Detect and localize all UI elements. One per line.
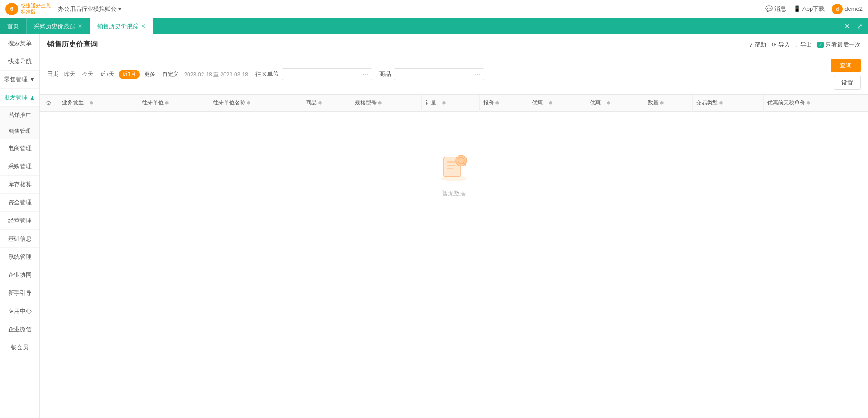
sort-down-icon — [495, 103, 499, 105]
only-last-checkbox[interactable]: ✓ 只看最后一次 — [817, 41, 861, 49]
avatar: d — [832, 4, 843, 14]
date-btn-today[interactable]: 今天 — [80, 70, 96, 79]
table-col-settings[interactable]: ⚙ — [40, 95, 58, 112]
table-col-discount1[interactable]: 优惠... — [528, 95, 586, 112]
date-btn-1month[interactable]: 近1月 — [119, 70, 140, 79]
tabbar-actions: ✕ ⤢ — [843, 21, 868, 32]
table-col-partner-code[interactable]: 往来单位 — [138, 95, 209, 112]
table-col-spec[interactable]: 规格型号 — [351, 95, 422, 112]
sort-down-icon — [165, 103, 169, 105]
user-menu[interactable]: d demo2 — [832, 4, 863, 14]
sort-down-icon — [807, 103, 810, 105]
date-range: 2023-02-18 至 2023-03-18 — [184, 71, 248, 79]
query-button[interactable]: 查询 — [831, 59, 861, 72]
filter-row: 日期 昨天 今天 近7天 近1月 更多 自定义 2023-02-18 至 202… — [47, 59, 861, 90]
table-col-biz-date[interactable]: 业务发生... — [58, 95, 138, 112]
table-col-qty[interactable]: 数量 — [644, 95, 692, 112]
sidebar-item-sales-mgmt[interactable]: 销售管理 — [0, 123, 39, 139]
tab-home[interactable]: 首页 — [0, 18, 27, 34]
partner-dots-icon[interactable]: ··· — [363, 71, 368, 78]
svg-rect-2 — [447, 162, 457, 163]
sidebar-item-member[interactable]: 畅会员 — [0, 338, 39, 356]
sort-down-icon — [719, 103, 723, 105]
table-container: ⚙ 业务发生... — [40, 95, 868, 418]
help-button[interactable]: ? 帮助 — [749, 41, 766, 49]
table-col-quote[interactable]: 报价 — [480, 95, 528, 112]
sidebar-item-inventory[interactable]: 库存核算 — [0, 176, 39, 194]
sort-down-icon — [378, 103, 382, 105]
sort-up-icon — [660, 101, 664, 103]
table-col-unit[interactable]: 计量... — [422, 95, 480, 112]
partner-filter-group: 往来单位 ··· — [255, 68, 372, 80]
sidebar-item-ecommerce[interactable]: 电商管理 — [0, 139, 39, 157]
sort-down-icon — [549, 103, 552, 105]
sidebar-item-search[interactable]: 搜索菜单 — [0, 34, 39, 52]
main-layout: 搜索菜单 快捷导航 零售管理 ▼ 批发管理 ▲ 营销推广 销售管理 电商管理 采… — [0, 34, 868, 418]
partner-input[interactable]: ··· — [282, 68, 372, 80]
tab-sales[interactable]: 销售历史价跟踪 ✕ — [90, 18, 153, 34]
sidebar-item-wechat[interactable]: 企业微信 — [0, 320, 39, 338]
page-actions: ? 帮助 ⟳ 导入 ↓ 导出 ✓ 只看最后一次 — [749, 41, 861, 49]
table-col-pre-tax[interactable]: 优惠前无税单价 — [763, 95, 868, 112]
date-btn-7days[interactable]: 近7天 — [98, 70, 117, 79]
date-filter-group: 日期 昨天 今天 近7天 近1月 更多 自定义 2023-02-18 至 202… — [47, 70, 248, 79]
sort-down-icon — [318, 103, 322, 105]
date-btn-custom[interactable]: 自定义 — [160, 70, 181, 79]
sidebar-item-quick[interactable]: 快捷导航 — [0, 52, 39, 71]
sort-down-icon — [442, 103, 446, 105]
product-input[interactable]: ··· — [394, 68, 484, 80]
svg-rect-3 — [447, 165, 455, 166]
table-col-discount2[interactable]: 优惠... — [586, 95, 644, 112]
sidebar-item-retail[interactable]: 零售管理 ▼ — [0, 71, 39, 89]
settings-icon[interactable]: ⚙ — [46, 100, 52, 107]
tab-purchase-close[interactable]: ✕ — [78, 23, 82, 29]
sort-up-icon — [807, 101, 810, 103]
sort-arrows — [165, 101, 169, 105]
empty-state: 暂无数据 — [40, 112, 868, 234]
export-button[interactable]: ↓ 导出 — [796, 41, 812, 49]
import-button[interactable]: ⟳ 导入 — [772, 41, 790, 49]
sort-arrows — [719, 101, 723, 105]
date-btn-yesterday[interactable]: 昨天 — [61, 70, 78, 79]
product-dots-icon[interactable]: ··· — [475, 71, 480, 78]
sidebar-item-basic-info[interactable]: 基础信息 — [0, 230, 39, 248]
sort-arrows — [607, 101, 610, 105]
export-icon: ↓ — [796, 41, 799, 48]
sort-arrows — [807, 101, 810, 105]
sidebar-item-guide[interactable]: 新手引导 — [0, 284, 39, 302]
sidebar-item-wholesale[interactable]: 批发管理 ▲ — [0, 89, 39, 107]
empty-illustration — [436, 148, 472, 184]
setting-button[interactable]: 设置 — [834, 76, 861, 90]
sort-down-icon — [660, 103, 664, 105]
sidebar-item-marketing[interactable]: 营销推广 — [0, 107, 39, 123]
sort-up-icon — [607, 101, 610, 103]
topbar-right: 💬 消息 📱 App下载 d demo2 — [765, 4, 863, 14]
sidebar-item-enterprise[interactable]: 企业协同 — [0, 266, 39, 284]
sidebar-item-finance[interactable]: 资金管理 — [0, 194, 39, 212]
table-col-trade-type[interactable]: 交易类型 — [692, 95, 763, 112]
data-table: ⚙ 业务发生... — [40, 95, 868, 234]
app-download-button[interactable]: 📱 App下载 — [793, 5, 825, 13]
sort-down-icon — [90, 103, 93, 105]
chevron-down-icon: ▼ — [29, 76, 35, 83]
sidebar-item-app-center[interactable]: 应用中心 — [0, 302, 39, 320]
tab-purchase[interactable]: 采购历史价跟踪 ✕ — [27, 18, 90, 34]
table-col-partner-name[interactable]: 往来单位名称 — [209, 95, 302, 112]
page-title-row: 销售历史价查询 ? 帮助 ⟳ 导入 ↓ 导出 ✓ — [47, 40, 861, 49]
sidebar-item-system[interactable]: 系统管理 — [0, 248, 39, 266]
sidebar: 搜索菜单 快捷导航 零售管理 ▼ 批发管理 ▲ 营销推广 销售管理 电商管理 采… — [0, 34, 40, 418]
page-header: 销售历史价查询 ? 帮助 ⟳ 导入 ↓ 导出 ✓ — [40, 34, 868, 54]
sort-down-icon — [247, 103, 250, 105]
import-icon: ⟳ — [772, 41, 777, 48]
sidebar-item-operations[interactable]: 经营管理 — [0, 212, 39, 230]
table-col-product[interactable]: 商品 — [302, 95, 351, 112]
date-btn-more[interactable]: 更多 — [142, 70, 158, 79]
sort-up-icon — [165, 101, 169, 103]
tab-close-all-button[interactable]: ✕ — [843, 21, 852, 32]
tab-sales-close[interactable]: ✕ — [141, 23, 146, 29]
product-filter-group: 商品 ··· — [379, 68, 484, 80]
app-selector[interactable]: 办公用品行业模拟账套 ▾ — [54, 3, 125, 15]
sidebar-item-purchase[interactable]: 采购管理 — [0, 157, 39, 176]
message-button[interactable]: 💬 消息 — [765, 5, 786, 13]
tab-expand-button[interactable]: ⤢ — [855, 21, 864, 32]
